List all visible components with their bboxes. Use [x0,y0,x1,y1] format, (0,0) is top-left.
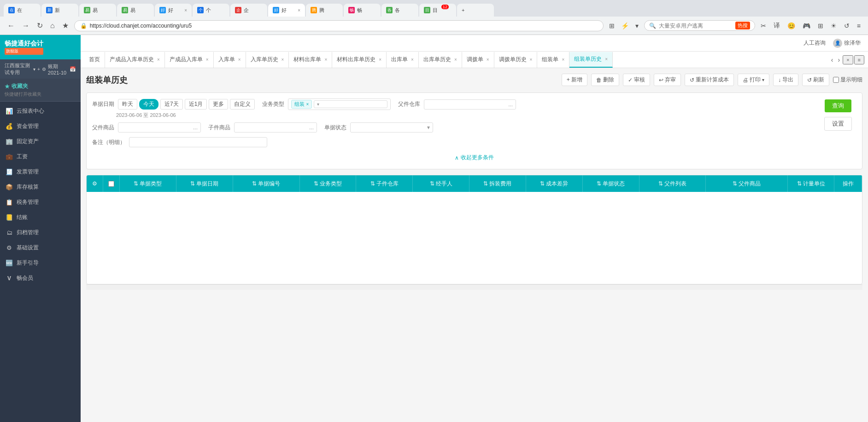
sidebar-item-base[interactable]: ⚙ 基础设置 [0,240,81,255]
page-tab-out-order[interactable]: 出库单 × [387,52,419,68]
user-name-display[interactable]: 👤 徐泽华 [833,39,861,48]
parent-warehouse-input[interactable]: ... [424,99,516,110]
page-tab-in-order[interactable]: 入库单 × [214,52,246,68]
tab-close-produce-in-history[interactable]: × [157,57,160,62]
th-unit[interactable]: ⇅ 计量单位 [788,175,834,192]
tab-more-button[interactable]: ≡ [854,55,864,64]
tab-close-in-history[interactable]: × [282,57,284,62]
page-tab-material-out[interactable]: 材料出库单 × [289,52,332,68]
sidebar-account[interactable]: 江西服宝测试专用 ▾ + ⚙ 账期 2021-10 📅 [0,59,81,79]
reload-button[interactable]: ↻ [35,19,45,32]
forward-button[interactable]: → [20,20,31,32]
scissors-button[interactable]: ✂ [759,20,768,31]
sidebar-item-fund[interactable]: 💰 资金管理 [0,119,81,134]
tab-close-material-out[interactable]: × [324,57,327,62]
address-bar[interactable]: 🔒 https://cloud.chanjet.com/accounting/u… [74,20,604,31]
delete-button[interactable]: 🗑 删除 [591,74,619,86]
parent-goods-input[interactable]: ... [118,122,201,133]
biz-type-tag-close[interactable]: × [306,102,309,107]
page-tab-out-history[interactable]: 出库单历史 × [419,52,462,68]
tab-close-out-order[interactable]: × [411,57,414,62]
search-input[interactable] [659,23,733,29]
sun-button[interactable]: ☀ [829,20,839,31]
browser-tab-6[interactable]: 个 个 [193,4,229,17]
today-button[interactable]: 今天 [139,99,158,110]
audit-button[interactable]: ✓ 审核 [623,74,650,86]
tab-close-assembly-history[interactable]: × [605,57,608,62]
page-tab-adjust[interactable]: 调拨单 × [462,52,494,68]
sidebar-item-asset[interactable]: 🏢 固定资产 [0,134,81,149]
yesterday-button[interactable]: 昨天 [118,99,137,110]
biz-type-dropdown-arrow[interactable]: ▾ [314,100,387,108]
browser-tab-10[interactable]: 畅 畅 [344,4,381,17]
th-checkbox[interactable] [108,181,114,187]
tab-close-5[interactable]: × [184,8,187,13]
favorites-shortcut[interactable]: 快捷键打开收藏夹 [5,91,76,98]
th-dismantle[interactable]: ⇅ 拆装费用 [469,175,526,192]
browser-tab-11[interactable]: 各 各 [381,4,418,17]
browser-tab-4[interactable]: 易 易 [117,4,154,17]
abandon-button[interactable]: ↩ 弃审 [654,74,681,86]
refresh-button[interactable]: ↺ 刷新 [802,74,829,86]
new-button[interactable]: + 新增 [562,74,587,86]
back-button[interactable]: ← [6,20,17,32]
tab-left-arrow[interactable]: ‹ [829,55,835,64]
sidebar-item-member[interactable]: V 畅会员 [0,271,81,286]
page-tab-produce-in[interactable]: 产成品入库单 × [165,52,214,68]
filter-settings-button[interactable]: 设置 [824,117,852,131]
extensions-button[interactable]: ⊞ [607,20,616,31]
tab-right-arrow[interactable]: › [836,55,842,64]
child-goods-input[interactable]: ... [234,122,317,133]
th-type[interactable]: ⇅ 单据类型 [120,175,176,192]
browser-tab-8[interactable]: 好 好 × [268,4,305,17]
sidebar-item-guide[interactable]: 🆕 新手引导 [0,255,81,271]
tab-close-adjust[interactable]: × [487,57,489,62]
page-tab-home[interactable]: 首页 [84,52,105,68]
tab-close-produce-in[interactable]: × [206,57,209,62]
more-date-button[interactable]: 更多 [209,99,228,110]
page-tab-assembly-history[interactable]: 组装单历史 × [569,52,613,68]
show-detail-checkbox-label[interactable]: 显示明细 [833,76,862,84]
tab-close-8[interactable]: × [298,8,300,13]
tab-close-all-button[interactable]: × [843,55,853,64]
query-button[interactable]: 查询 [825,99,851,112]
tab-close-adjust-history[interactable]: × [530,57,533,62]
sidebar-item-report[interactable]: 📊 云报表中心 [0,104,81,119]
order-status-input[interactable]: ▾ [350,122,433,133]
th-parent-list[interactable]: ⇅ 父件列表 [639,175,706,192]
remark-input[interactable] [129,137,267,147]
th-no[interactable]: ⇅ 单据编号 [233,175,300,192]
export-button[interactable]: ↓ 导出 [773,74,798,86]
game-button[interactable]: 🎮 [801,20,812,31]
sidebar-item-settle[interactable]: 📒 结账 [0,210,81,225]
th-handler[interactable]: ⇅ 经手人 [413,175,469,192]
bookmark-button[interactable]: ★ [60,19,70,32]
translate-button[interactable]: 译 [772,20,782,32]
search-bar[interactable]: 🔍 热搜 [644,20,755,31]
th-date[interactable]: ⇅ 单据日期 [176,175,233,192]
month-button[interactable]: 近1月 [185,99,207,110]
sidebar-item-inventory[interactable]: 📦 库存核算 [0,179,81,195]
browser-tab-5[interactable]: 好 好 × [155,4,192,17]
tab-close-in-order[interactable]: × [238,57,241,62]
tab-close-assembly[interactable]: × [562,57,564,62]
new-tab-button[interactable]: + [457,4,494,17]
emoji-button[interactable]: 😊 [786,20,797,31]
page-tab-in-history[interactable]: 入库单历史 × [246,52,289,68]
sidebar-item-archive[interactable]: 🗂 归档管理 [0,225,81,240]
th-status[interactable]: ⇅ 单据状态 [583,175,639,192]
week-button[interactable]: 近7天 [160,99,183,110]
scrollbar-area[interactable] [86,284,862,290]
page-tab-produce-in-history[interactable]: 产成品入库单历史 × [105,52,165,68]
lightning-button[interactable]: ⚡ [619,20,631,31]
th-warehouse[interactable]: ⇅ 子件仓库 [356,175,413,192]
page-tab-material-out-history[interactable]: 材料出库单历史 × [332,52,387,68]
user-service-link[interactable]: 人工咨询 [803,39,826,47]
browser-tab-3[interactable]: 易 易 [79,4,116,17]
th-biz[interactable]: ⇅ 业务类型 [300,175,357,192]
tab-close-material-out-history[interactable]: × [379,57,381,62]
grid-button[interactable]: ⊞ [816,20,825,31]
home-button[interactable]: ⌂ [48,20,57,32]
biz-type-input[interactable]: 组装 × ▾ [288,98,391,110]
sidebar-item-salary[interactable]: 💼 工资 [0,149,81,164]
